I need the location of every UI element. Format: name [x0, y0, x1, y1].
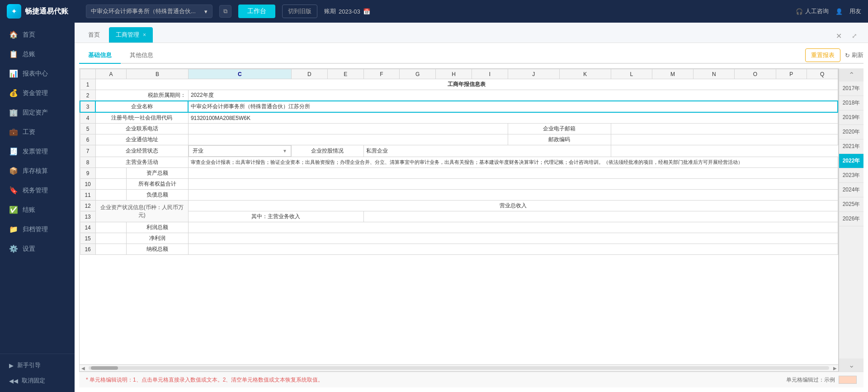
year-item-2023[interactable]: 2023年: [839, 168, 863, 183]
company-name-value-cell[interactable]: 中审众环会计师事务所（特殊普通合伙）江苏分所: [188, 101, 838, 112]
main-revenue-label-cell: 其中：主营业务收入: [188, 211, 363, 222]
asset-info-label-cell: 企业资产状况信息(币种：人民币万元): [95, 201, 188, 222]
sidebar-label-archive: 归档管理: [23, 225, 48, 234]
reg-no-label-cell: 注册号/统一社会信用代码: [95, 112, 188, 124]
row14-A: [95, 222, 126, 233]
archive-icon: 📁: [9, 225, 18, 234]
tax-period-label-cell: 税款所属期间：: [95, 90, 188, 101]
close-tab-icon[interactable]: ×: [143, 32, 146, 38]
calendar-icon[interactable]: 📅: [363, 8, 370, 15]
spreadsheet-scroll[interactable]: A B C D E F G H I J: [80, 69, 838, 364]
sidebar-item-invoice[interactable]: 🧾 发票管理: [0, 142, 75, 161]
row-num-16: 16: [80, 244, 95, 255]
main-revenue-value-cell[interactable]: [363, 211, 838, 222]
sidebar-item-assets[interactable]: 🏢 固定资产: [0, 103, 75, 122]
sidebar-item-tax[interactable]: 🔖 税务管理: [0, 181, 75, 200]
window-expand-button[interactable]: ⤢: [848, 29, 861, 43]
status-right-label: 单元格编辑过：示例: [786, 376, 835, 384]
tab-home-label: 首页: [88, 31, 100, 39]
debt-value-cell[interactable]: [188, 190, 838, 201]
phone-value-cell[interactable]: [188, 124, 508, 134]
sidebar-item-settings[interactable]: ⚙️ 设置: [0, 239, 75, 258]
year-item-2020[interactable]: 2020年: [839, 125, 863, 139]
sub-tab-other-info[interactable]: 其他信息: [121, 48, 162, 64]
tab-business[interactable]: 工商管理 ×: [109, 27, 153, 43]
scroll-track[interactable]: [89, 366, 829, 370]
zipcode-value-cell[interactable]: [611, 134, 838, 145]
scroll-right-arrow[interactable]: ▶: [831, 366, 838, 371]
year-item-2024[interactable]: 2024年: [839, 183, 863, 197]
sub-tab-other-label: 其他信息: [130, 52, 153, 58]
sidebar-item-unpin[interactable]: ◀◀ 取消固定: [0, 373, 75, 388]
year-item-2019[interactable]: 2019年: [839, 110, 863, 125]
scroll-thumb[interactable]: [91, 366, 118, 370]
main-biz-value-cell[interactable]: 审查企业会计报表；出具审计报告；验证企业资本；出具验资报告；办理企业合并、分立、…: [188, 157, 838, 168]
holding-value-cell[interactable]: 私营企业: [363, 145, 611, 157]
content-area: 首页 工商管理 × ✕ ⤢ 基础信息 其他信息 重置报表: [75, 23, 868, 392]
year-scroll-down-button[interactable]: ⌄: [839, 359, 863, 372]
tax-total-value-cell[interactable]: [188, 244, 838, 255]
col-N: N: [693, 69, 735, 79]
workbench-button[interactable]: 工作台: [238, 5, 275, 18]
row-num-13: 13: [80, 211, 95, 222]
service-button[interactable]: 🎧 人工咨询: [796, 7, 829, 15]
year-item-2025[interactable]: 2025年: [839, 197, 863, 212]
window-close-button[interactable]: ✕: [832, 29, 845, 43]
sheet-title-cell[interactable]: 工商年报信息表: [95, 79, 838, 90]
total-assets-value-cell[interactable]: [188, 168, 838, 179]
table-row: 9 资产总额: [80, 168, 838, 179]
equity-value-cell[interactable]: [188, 179, 838, 190]
col-H: H: [436, 69, 472, 79]
tax-period-value-cell[interactable]: 2022年度: [188, 90, 838, 101]
col-I: I: [472, 69, 508, 79]
zipcode-label-cell: 邮政编码: [508, 134, 611, 145]
address-value-cell[interactable]: [188, 134, 508, 145]
finance-icon: 💰: [9, 89, 18, 97]
sidebar-item-finance[interactable]: 💰 资金管理: [0, 83, 75, 103]
ledger-icon: 📋: [9, 50, 18, 58]
refresh-button[interactable]: ↻ 刷新: [845, 51, 863, 59]
company-name-text: 中审众环会计师事务所（特殊普通合伙...: [91, 7, 196, 15]
col-A: A: [95, 69, 126, 79]
col-O: O: [735, 69, 776, 79]
year-item-2022[interactable]: 2022年: [839, 154, 863, 168]
row-num-12: 12: [80, 201, 95, 211]
scroll-left-arrow[interactable]: ◀: [80, 366, 86, 371]
reset-report-button[interactable]: 重置报表: [805, 48, 840, 62]
inner-content: 基础信息 其他信息 重置报表 ↻ 刷新: [75, 43, 868, 392]
sub-tab-basic-info[interactable]: 基础信息: [79, 48, 121, 64]
row-num-15: 15: [80, 233, 95, 244]
year-item-2026[interactable]: 2026年: [839, 212, 863, 226]
sidebar-item-home[interactable]: 🏠 首页: [0, 25, 75, 44]
sidebar-item-salary[interactable]: 💼 工资: [0, 122, 75, 142]
table-row: 4 注册号/统一社会信用代码 91320100MA208E5W6K: [80, 112, 838, 124]
year-scroll-up-button[interactable]: ⌃: [839, 68, 863, 81]
reg-no-value-cell[interactable]: 91320100MA208E5W6K: [188, 112, 838, 124]
horizontal-scrollbar[interactable]: ◀ ▶: [80, 364, 838, 371]
net-profit-value-cell[interactable]: [188, 233, 838, 244]
sidebar-item-reports[interactable]: 📊 报表中心: [0, 64, 75, 83]
row-num-11: 11: [80, 190, 95, 201]
year-item-2021[interactable]: 2021年: [839, 139, 863, 154]
col-B: B: [127, 69, 189, 79]
sidebar-item-archive[interactable]: 📁 归档管理: [0, 220, 75, 239]
tab-home[interactable]: 首页: [81, 27, 107, 43]
dropdown-arrow-icon: ▼: [283, 148, 287, 153]
year-item-2017[interactable]: 2017年: [839, 81, 863, 96]
col-L: L: [611, 69, 652, 79]
old-version-button[interactable]: 切到旧版: [282, 5, 317, 18]
top-header: ✦ 畅捷通易代账 中审众环会计师事务所（特殊普通合伙... ▾ ⧉ 工作台 切到…: [0, 0, 868, 23]
biz-status-text: 开业: [193, 147, 203, 155]
profit-value-cell[interactable]: [188, 222, 838, 233]
company-selector[interactable]: 中审众环会计师事务所（特殊普通合伙... ▾: [86, 5, 212, 18]
biz-status-value-cell[interactable]: 开业 ▼: [189, 145, 291, 157]
col-D: D: [291, 69, 327, 79]
closing-icon: ✅: [9, 206, 18, 214]
email-value-cell[interactable]: [611, 124, 838, 134]
company-copy-button[interactable]: ⧉: [219, 5, 231, 18]
sidebar-item-ledger[interactable]: 📋 总账: [0, 44, 75, 64]
sidebar-item-guide[interactable]: ▶ 新手引导: [0, 358, 75, 373]
sidebar-item-inventory[interactable]: 📦 库存核算: [0, 161, 75, 181]
year-item-2018[interactable]: 2018年: [839, 96, 863, 110]
sidebar-item-closing[interactable]: ✅ 结账: [0, 200, 75, 220]
